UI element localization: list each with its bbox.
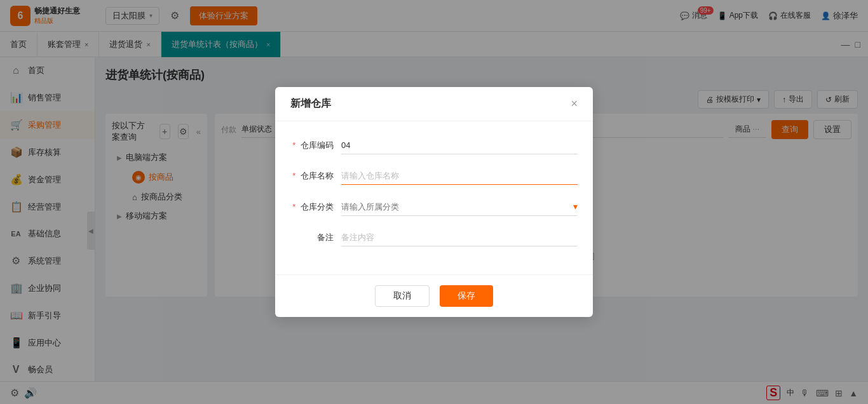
warehouse-note-input[interactable] [341,229,578,246]
warehouse-name-row: * 仓库名称 [290,167,578,185]
modal-body: * 仓库编码 * 仓库名称 * 仓库分类 [275,121,593,274]
modal-footer: 取消 保存 [275,274,593,317]
warehouse-category-input[interactable] [341,202,573,212]
cancel-button[interactable]: 取消 [375,285,430,307]
warehouse-category-row: * 仓库分类 ▾ [290,198,578,216]
warehouse-note-label: 备注 [290,232,341,243]
warehouse-code-input[interactable] [341,137,578,154]
add-warehouse-modal: 新增仓库 × * 仓库编码 * 仓库名称 [275,87,593,317]
warehouse-name-label: * 仓库名称 [290,170,341,182]
modal-title: 新增仓库 [290,97,331,111]
save-button[interactable]: 保存 [440,285,493,307]
category-dropdown-icon: ▾ [573,201,578,212]
warehouse-note-row: 备注 [290,229,578,246]
modal-close-button[interactable]: × [571,97,578,111]
modal-header: 新增仓库 × [275,87,593,121]
warehouse-category-select[interactable]: ▾ [341,198,578,216]
warehouse-category-label: * 仓库分类 [290,201,341,213]
modal-overlay: 新增仓库 × * 仓库编码 * 仓库名称 [0,0,868,404]
warehouse-code-row: * 仓库编码 [290,137,578,154]
warehouse-name-input[interactable] [341,167,578,185]
warehouse-code-label: * 仓库编码 [290,140,341,151]
